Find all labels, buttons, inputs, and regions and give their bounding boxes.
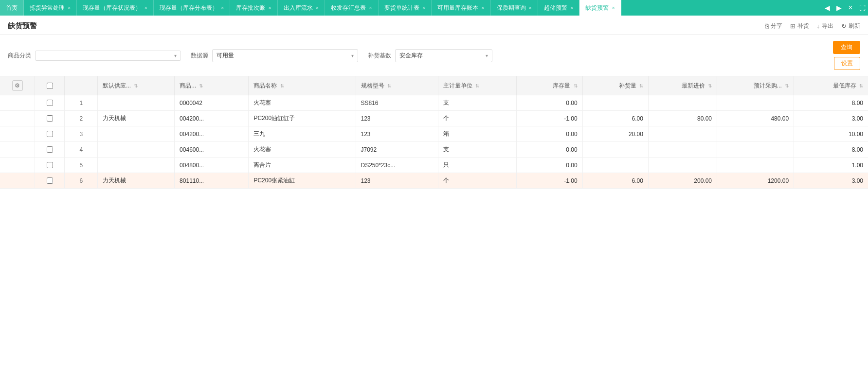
share-button[interactable]: ⎘ 分享 xyxy=(765,22,782,30)
row-code: 004600... xyxy=(175,142,249,158)
row-checkbox[interactable] xyxy=(47,162,53,168)
row-checkbox[interactable] xyxy=(47,177,53,184)
tab-shortage[interactable]: 缺货预警× xyxy=(579,0,621,16)
row-name: 火花塞 xyxy=(249,142,356,158)
row-unit: 个 xyxy=(438,173,516,189)
row-num: 4 xyxy=(65,142,98,158)
tab-overstock[interactable]: 超储预警× xyxy=(538,0,579,16)
tab-label: 库存批次账 xyxy=(236,4,265,12)
row-unit: 箱 xyxy=(438,126,516,142)
category-select-arrow-icon: ▾ xyxy=(174,53,177,58)
tab-nav-prev[interactable]: ◀ xyxy=(821,0,833,16)
row-name: 三九 xyxy=(249,126,356,142)
col-header-name[interactable]: 商品名称 ⇅ xyxy=(249,76,356,95)
row-settings-cell xyxy=(0,158,35,173)
row-settings-cell xyxy=(0,173,35,189)
col-header-check xyxy=(35,76,65,95)
replenish-base-filter-group: 补货基数 安全库存 ▾ xyxy=(368,49,492,62)
tab-close-inventory-status[interactable]: × xyxy=(144,5,147,11)
select-all-checkbox[interactable] xyxy=(47,83,53,89)
tab-inventory-status[interactable]: 现存量（库存状况表）× xyxy=(77,0,153,16)
col-header-min-stock[interactable]: 最低库存 ⇅ xyxy=(794,76,868,95)
col-header-replenish[interactable]: 补货量 ⇅ xyxy=(582,76,648,95)
tab-close-batch-account[interactable]: × xyxy=(268,5,271,11)
data-table: ⚙ 默认供应... ⇅ 商品... ⇅ xyxy=(0,76,868,189)
column-settings-icon[interactable]: ⚙ xyxy=(12,80,23,91)
tab-home[interactable]: 首页 xyxy=(0,0,24,16)
filter-actions: 查询 设置 xyxy=(833,41,860,70)
row-supplier xyxy=(98,158,175,173)
col-replenish-sort-icon: ⇅ xyxy=(639,83,643,88)
tab-close-proc-exception[interactable]: × xyxy=(68,5,71,11)
tab-available-ledger[interactable]: 可用量库存账本× xyxy=(432,0,490,16)
replenish-button[interactable]: ⊞ 补货 xyxy=(790,22,809,30)
settings-button[interactable]: 设置 xyxy=(834,57,860,70)
row-checkbox[interactable] xyxy=(47,115,53,122)
tab-receive-summary[interactable]: 收发存汇总表× xyxy=(325,0,378,16)
col-header-supplier[interactable]: 默认供应... ⇅ xyxy=(98,76,175,95)
row-settings-cell xyxy=(0,126,35,142)
tab-close-all[interactable]: × xyxy=(845,0,856,16)
row-latest-price xyxy=(648,158,717,173)
row-settings-cell xyxy=(0,111,35,126)
tab-label: 可用量库存账本 xyxy=(437,4,478,12)
query-button[interactable]: 查询 xyxy=(833,41,860,54)
col-stock-sort-icon: ⇅ xyxy=(574,83,578,88)
row-replenish xyxy=(582,142,648,158)
col-code-sort-icon: ⇅ xyxy=(199,83,203,88)
col-header-code[interactable]: 商品... ⇅ xyxy=(175,76,249,95)
tab-expiry-query[interactable]: 保质期查询× xyxy=(491,0,538,16)
tab-demand-stats[interactable]: 要货单统计表× xyxy=(379,0,432,16)
row-code: 0000042 xyxy=(175,95,249,111)
tab-close-inventory-dist[interactable]: × xyxy=(221,5,224,11)
tab-inventory-dist[interactable]: 现存量（库存分布表）× xyxy=(154,0,230,16)
refresh-button[interactable]: ↻ 刷新 xyxy=(841,22,860,30)
col-name-label: 商品名称 xyxy=(253,82,277,89)
col-header-settings[interactable]: ⚙ xyxy=(0,76,35,95)
col-header-estimate[interactable]: 预计采购... ⇅ xyxy=(717,76,794,95)
row-num: 5 xyxy=(65,158,98,173)
row-min-stock: 8.00 xyxy=(794,95,868,111)
row-stock: -1.00 xyxy=(517,173,582,189)
tab-close-expiry-query[interactable]: × xyxy=(529,5,532,11)
datasource-select[interactable]: 可用量 ▾ xyxy=(212,49,358,62)
category-select[interactable]: ▾ xyxy=(35,51,181,61)
export-button[interactable]: ↓ 导出 xyxy=(817,22,834,30)
tab-inout-flow[interactable]: 出入库流水× xyxy=(278,0,325,16)
table-row: 2力天机械004200...PC200油缸缸子123个-1.006.0080.0… xyxy=(0,111,868,126)
tab-bar: 首页拣货异常处理×现存量（库存状况表）×现存量（库存分布表）×库存批次账×出入库… xyxy=(0,0,868,16)
tab-proc-exception[interactable]: 拣货异常处理× xyxy=(24,0,77,16)
tab-close-shortage[interactable]: × xyxy=(612,5,615,11)
col-replenish-label: 补货量 xyxy=(619,82,636,89)
row-estimate-purchase xyxy=(717,126,794,142)
row-checkbox[interactable] xyxy=(47,131,53,137)
row-unit: 个 xyxy=(438,111,516,126)
row-checkbox[interactable] xyxy=(47,100,53,106)
col-header-stock[interactable]: 库存量 ⇅ xyxy=(517,76,582,95)
row-settings-cell xyxy=(0,142,35,158)
col-header-num xyxy=(65,76,98,95)
row-num: 2 xyxy=(65,111,98,126)
tab-close-receive-summary[interactable]: × xyxy=(369,5,372,11)
tab-close-available-ledger[interactable]: × xyxy=(481,5,484,11)
row-name: 离合片 xyxy=(249,158,356,173)
tab-nav-next[interactable]: ▶ xyxy=(833,0,845,16)
tab-close-inout-flow[interactable]: × xyxy=(316,5,319,11)
row-latest-price: 80.00 xyxy=(648,111,717,126)
col-header-price[interactable]: 最新进价 ⇅ xyxy=(648,76,717,95)
col-header-spec[interactable]: 规格型号 ⇅ xyxy=(356,76,438,95)
row-stock: 0.00 xyxy=(517,158,582,173)
row-check-cell xyxy=(35,158,65,173)
row-checkbox[interactable] xyxy=(47,146,53,153)
replenish-base-select[interactable]: 安全库存 ▾ xyxy=(395,49,492,62)
col-header-unit[interactable]: 主计量单位 ⇅ xyxy=(438,76,516,95)
row-estimate-purchase xyxy=(717,95,794,111)
row-code: 004200... xyxy=(175,111,249,126)
row-num: 6 xyxy=(65,173,98,189)
row-spec: J7092 xyxy=(356,142,438,158)
tab-fullscreen[interactable]: ⛶ xyxy=(856,0,868,16)
tab-close-overstock[interactable]: × xyxy=(570,5,573,11)
table-header-row: ⚙ 默认供应... ⇅ 商品... ⇅ xyxy=(0,76,868,95)
tab-batch-account[interactable]: 库存批次账× xyxy=(230,0,277,16)
tab-close-demand-stats[interactable]: × xyxy=(422,5,425,11)
